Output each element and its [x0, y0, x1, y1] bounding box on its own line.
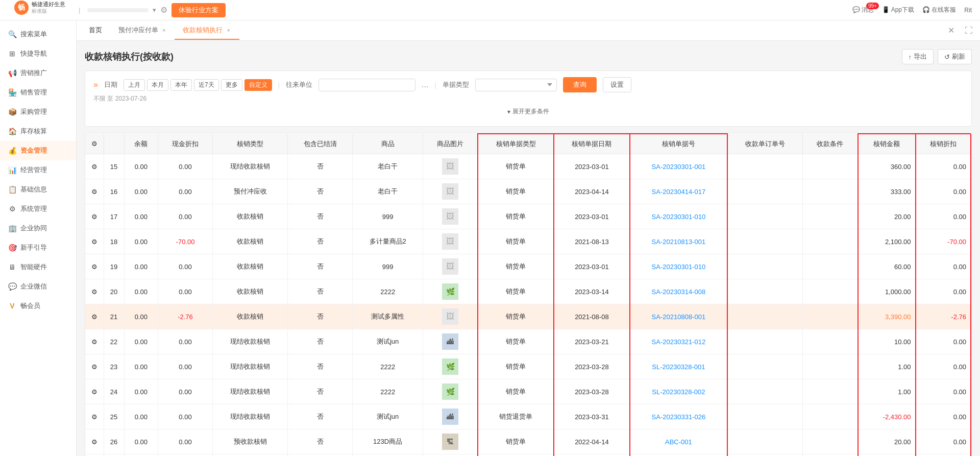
- tab-prepaid-close[interactable]: ×: [161, 27, 166, 34]
- cell-cancelbilltype: 销货单: [478, 154, 554, 179]
- bill-num-link[interactable]: SA-20230301-010: [652, 213, 706, 221]
- tab-home[interactable]: 首页: [81, 21, 110, 40]
- sidebar-item-baseinfo[interactable]: 📋 基础信息: [0, 180, 76, 199]
- filter-expand-icon[interactable]: »: [93, 80, 98, 89]
- industry-btn[interactable]: 休验行业方案: [172, 3, 226, 17]
- user-profile[interactable]: Rit: [964, 7, 972, 14]
- cell-cancelamount: 360.00: [858, 154, 916, 179]
- bill-num-link[interactable]: SL-20230328-001: [652, 363, 705, 371]
- date-btn-thismonth[interactable]: 本月: [147, 79, 168, 91]
- cell-collectionordernum: [727, 204, 803, 229]
- from-unit-input[interactable]: [318, 79, 415, 91]
- sidebar-item-system[interactable]: ⚙ 系统管理: [0, 199, 76, 219]
- cell-settings[interactable]: ⚙: [85, 404, 104, 429]
- sidebar-item-operations[interactable]: 📊 经营管理: [0, 160, 76, 180]
- headset-icon: 🎧: [922, 6, 930, 13]
- cell-settings[interactable]: ⚙: [85, 154, 104, 179]
- expand-more-btn[interactable]: ▾ 展开更多条件: [93, 107, 963, 116]
- table-row: ⚙ 20 0.00 0.00 收款核销 否 2222 🌿 销货单 2023-03…: [85, 279, 971, 304]
- sidebar-item-enterprise[interactable]: 🏢 企业协同: [0, 219, 76, 238]
- date-btn-more[interactable]: 更多: [221, 79, 242, 91]
- sidebar-label-operations: 经营管理: [20, 165, 47, 175]
- cell-cancelbillnum: SL-20230408-001: [630, 454, 727, 457]
- cell-canceldiscount: 0.00: [916, 204, 971, 229]
- sidebar-item-member[interactable]: V 畅会员: [0, 296, 76, 316]
- export-btn[interactable]: ↑ 导出: [902, 49, 934, 64]
- cell-cancelbilltype: 销货单: [478, 429, 554, 454]
- cell-settings[interactable]: ⚙: [85, 254, 104, 279]
- tab-prepaid[interactable]: 预付冲应付单 ×: [110, 21, 175, 40]
- cell-settings[interactable]: ⚙: [85, 304, 104, 329]
- maximize-btn[interactable]: ⛶: [962, 25, 976, 36]
- sidebar-item-quicknav[interactable]: ⊞ 快捷导航: [0, 44, 76, 63]
- cell-goods: 测试多属性: [353, 304, 423, 329]
- date-btn-7days[interactable]: 近7天: [194, 79, 219, 91]
- tab-collection-close[interactable]: ×: [226, 27, 231, 34]
- online-service-btn[interactable]: 🎧 在线客服: [922, 6, 956, 14]
- cell-settings[interactable]: ⚙: [85, 379, 104, 404]
- search-bar[interactable]: [87, 8, 149, 12]
- sidebar-item-guide[interactable]: 🎯 新手引导: [0, 238, 76, 257]
- sidebar-item-sales[interactable]: 🏪 销售管理: [0, 83, 76, 102]
- cell-cancelbillnum: ABC-001: [630, 429, 727, 454]
- sidebar-item-finance[interactable]: 💰 资金管理: [0, 141, 76, 160]
- cell-collectionordernum: [727, 279, 803, 304]
- from-unit-dots[interactable]: ...: [422, 80, 428, 89]
- quicknav-icon: ⊞: [8, 50, 16, 58]
- sidebar-item-marketing[interactable]: 📢 营销推广: [0, 63, 76, 83]
- cell-settings[interactable]: ⚙: [85, 179, 104, 204]
- cell-issettled: 否: [288, 354, 353, 379]
- cell-cancelbilldate: 2021-08-13: [554, 229, 630, 254]
- cell-goodsimg: 🖼: [423, 204, 478, 229]
- query-btn[interactable]: 查询: [563, 77, 597, 92]
- chevron-down-icon[interactable]: ▾: [153, 6, 156, 14]
- close-window-btn[interactable]: ✕: [945, 25, 958, 36]
- refresh-btn[interactable]: ↺ 刷新: [938, 49, 972, 64]
- bill-num-link[interactable]: SA-20210813-001: [652, 238, 706, 246]
- tab-collection[interactable]: 收款核销执行 ×: [175, 21, 239, 40]
- bill-num-link[interactable]: SA-20230301-010: [652, 263, 706, 271]
- cell-cancelamount: 10.00: [858, 329, 916, 354]
- cell-canceldiscount: 0.00: [916, 379, 971, 404]
- cell-settings[interactable]: ⚙: [85, 279, 104, 304]
- bill-num-link[interactable]: SA-20230314-008: [652, 288, 706, 296]
- bill-num-link[interactable]: SA-20230331-026: [652, 413, 706, 421]
- gear-icon[interactable]: ⚙: [160, 5, 167, 15]
- sidebar-item-purchase[interactable]: 📦 采购管理: [0, 102, 76, 122]
- bill-num-link[interactable]: ABC-001: [665, 438, 692, 446]
- sidebar-item-wechat[interactable]: 💬 企业微信: [0, 277, 76, 296]
- date-btn-lastmonth[interactable]: 上月: [124, 79, 145, 91]
- cell-cancelamount: 1,000.00: [858, 279, 916, 304]
- cell-settings[interactable]: ⚙: [85, 429, 104, 454]
- cell-collectionordernum: [727, 454, 803, 457]
- tab-home-label: 首页: [89, 26, 102, 35]
- cell-settings[interactable]: ⚙: [85, 204, 104, 229]
- bill-num-link[interactable]: SA-20210808-001: [652, 313, 706, 321]
- bill-type-select[interactable]: [475, 79, 557, 91]
- cell-canceltype: 收款核销: [212, 204, 287, 229]
- sidebar-item-hardware[interactable]: 🖥 智能硬件: [0, 257, 76, 277]
- bill-num-link[interactable]: SL-20230328-002: [652, 388, 705, 396]
- bill-num-link[interactable]: SA-20230301-001: [652, 163, 706, 171]
- cell-cancelbillnum: SA-20230414-017: [630, 179, 727, 204]
- cell-canceltype: 现结收款核销: [212, 329, 287, 354]
- cell-settings[interactable]: ⚙: [85, 229, 104, 254]
- cell-goodsimg: 🌿: [423, 379, 478, 404]
- cell-settings[interactable]: ⚙: [85, 329, 104, 354]
- sidebar-item-inventory[interactable]: 🏠 库存核算: [0, 122, 76, 141]
- date-btn-thisyear[interactable]: 本年: [170, 79, 192, 91]
- hardware-icon: 🖥: [8, 263, 16, 271]
- sidebar-item-search[interactable]: 🔍 搜索菜单: [0, 25, 76, 44]
- cell-settings[interactable]: ⚙: [85, 354, 104, 379]
- col-settings-header[interactable]: ⚙: [85, 134, 104, 154]
- message-btn[interactable]: 💬 消息 99+: [852, 6, 874, 14]
- cell-settings[interactable]: ⚙: [85, 454, 104, 457]
- date-btn-custom[interactable]: 自定义: [244, 79, 272, 91]
- filter-settings-btn[interactable]: 设置: [603, 77, 631, 92]
- app-download-btn[interactable]: 📱 App下载: [882, 6, 914, 14]
- main-layout: 🔍 搜索菜单 ⊞ 快捷导航 📢 营销推广 🏪 销售管理 📦 采购管理 🏠 库存核…: [0, 20, 980, 456]
- cell-canceldiscount: 0.00: [916, 179, 971, 204]
- cell-cancelbillnum: SA-20230314-008: [630, 279, 727, 304]
- bill-num-link[interactable]: SA-20230414-017: [652, 188, 706, 196]
- bill-num-link[interactable]: SA-20230321-012: [652, 338, 706, 346]
